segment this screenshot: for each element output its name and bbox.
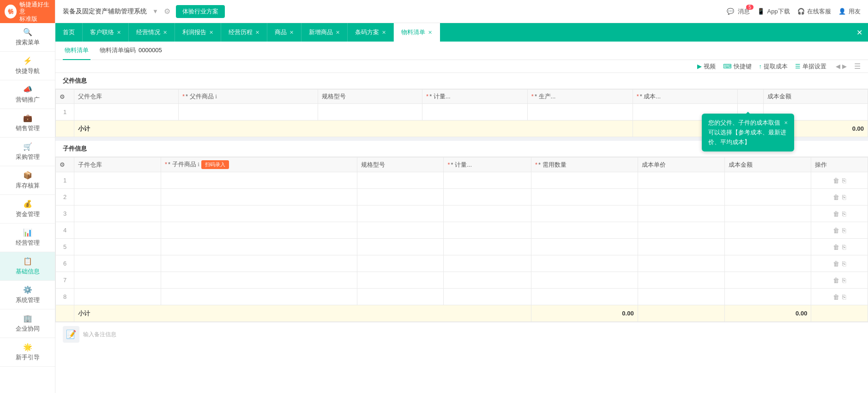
tab-barcode-close[interactable]: ✕ <box>382 30 386 36</box>
tab-goods[interactable]: 商品 ✕ <box>267 23 301 42</box>
child-unit-3[interactable] <box>444 206 531 222</box>
copy-icon-3[interactable]: ⎘ <box>842 210 846 218</box>
toolbar-view-btn[interactable]: ▶ 视频 <box>697 62 716 71</box>
child-unit-cost-1[interactable] <box>638 172 724 189</box>
child-warehouse-7[interactable] <box>74 272 161 289</box>
delete-icon-3[interactable]: 🗑 <box>833 210 839 218</box>
child-unit-6[interactable] <box>444 255 531 272</box>
child-goods-6[interactable] <box>161 255 357 272</box>
parent-unit-1[interactable] <box>422 104 528 121</box>
dropdown-arrow-icon[interactable]: ▼ <box>152 8 158 15</box>
child-warehouse-4[interactable] <box>74 222 161 239</box>
delete-icon-4[interactable]: 🗑 <box>833 227 839 234</box>
child-unit-4[interactable] <box>444 222 531 239</box>
child-goods-4[interactable] <box>161 222 357 239</box>
tab-add-goods-close[interactable]: ✕ <box>336 30 340 36</box>
child-goods-1[interactable] <box>161 172 357 189</box>
delete-icon-5[interactable]: 🗑 <box>833 243 839 251</box>
sidebar-item-enterprise[interactable]: 🏢 企业协同 <box>0 309 55 338</box>
child-spec-5[interactable] <box>357 239 444 255</box>
toolbar-shortcut-btn[interactable]: ⌨ 快捷键 <box>723 62 752 71</box>
tab-home[interactable]: 首页 <box>55 23 83 42</box>
delete-icon-6[interactable]: 🗑 <box>833 260 839 267</box>
child-unit-8[interactable] <box>444 289 531 305</box>
sub-tab-material-code[interactable]: 物料清单编码 0000005 <box>98 42 164 60</box>
child-qty-4[interactable] <box>531 222 638 239</box>
tooltip-close-btn[interactable]: × <box>784 118 788 128</box>
close-all-tabs[interactable]: ✕ <box>851 28 868 37</box>
tab-history[interactable]: 经营历程 ✕ <box>221 23 267 42</box>
delete-icon-2[interactable]: 🗑 <box>833 193 839 201</box>
delete-icon-7[interactable]: 🗑 <box>833 277 839 284</box>
child-spec-7[interactable] <box>357 272 444 289</box>
child-unit-1[interactable] <box>444 172 531 189</box>
child-warehouse-5[interactable] <box>74 239 161 255</box>
user-menu[interactable]: 👤 用友 <box>838 7 861 16</box>
child-col-settings[interactable]: ⚙ <box>56 157 74 172</box>
tab-operations-close[interactable]: ✕ <box>163 30 167 36</box>
child-spec-1[interactable] <box>357 172 444 189</box>
tab-add-goods[interactable]: 新增商品 ✕ <box>301 23 348 42</box>
child-goods-3[interactable] <box>161 206 357 222</box>
tab-material-close[interactable]: ✕ <box>428 30 432 36</box>
child-spec-8[interactable] <box>357 289 444 305</box>
child-qty-2[interactable] <box>531 189 638 206</box>
delete-icon-1[interactable]: 🗑 <box>833 177 839 184</box>
tab-customer-close[interactable]: ✕ <box>117 30 121 36</box>
child-unit-cost-3[interactable] <box>638 206 724 222</box>
sidebar-item-quick-nav[interactable]: ⚡ 快捷导航 <box>0 52 55 80</box>
settings-icon[interactable]: ⚙ <box>164 7 170 16</box>
sidebar-item-operations[interactable]: 📊 经营管理 <box>0 224 55 252</box>
toolbar-arrow-left[interactable]: ◀ <box>836 63 840 70</box>
child-unit-cost-5[interactable] <box>638 239 724 255</box>
child-qty-3[interactable] <box>531 206 638 222</box>
tab-material[interactable]: 物料清单 ✕ <box>394 23 440 42</box>
child-spec-4[interactable] <box>357 222 444 239</box>
parent-goods-1[interactable] <box>178 104 318 121</box>
child-unit-7[interactable] <box>444 272 531 289</box>
child-qty-1[interactable] <box>531 172 638 189</box>
parent-spec-1[interactable] <box>318 104 422 121</box>
sidebar-item-system[interactable]: ⚙️ 系统管理 <box>0 281 55 309</box>
copy-icon-1[interactable]: ⎘ <box>842 177 846 184</box>
sidebar-item-search[interactable]: 🔍 搜索菜单 <box>0 23 55 52</box>
child-warehouse-3[interactable] <box>74 206 161 222</box>
child-unit-5[interactable] <box>444 239 531 255</box>
copy-icon-7[interactable]: ⎘ <box>842 277 846 284</box>
app-download-btn[interactable]: 📱 App下载 <box>757 7 790 16</box>
toolbar-menu-icon[interactable]: ☰ <box>854 62 861 71</box>
child-qty-6[interactable] <box>531 255 638 272</box>
parent-production-1[interactable] <box>527 104 633 121</box>
parent-warehouse-1[interactable] <box>74 104 179 121</box>
sidebar-item-inventory[interactable]: 📦 库存核算 <box>0 166 55 195</box>
child-warehouse-6[interactable] <box>74 255 161 272</box>
parent-col-settings[interactable]: ⚙ <box>56 90 74 104</box>
sidebar-item-marketing[interactable]: 📣 营销推广 <box>0 80 55 109</box>
child-qty-7[interactable] <box>531 272 638 289</box>
copy-icon-6[interactable]: ⎘ <box>842 260 846 267</box>
sidebar-item-finance[interactable]: 💰 资金管理 <box>0 195 55 224</box>
sub-tab-material-list[interactable]: 物料清单 <box>63 42 90 60</box>
child-unit-cost-8[interactable] <box>638 289 724 305</box>
tab-customer[interactable]: 客户联络 ✕ <box>83 23 129 42</box>
tab-profit-close[interactable]: ✕ <box>209 30 213 36</box>
child-qty-5[interactable] <box>531 239 638 255</box>
tab-profit[interactable]: 利润报告 ✕ <box>175 23 221 42</box>
message-btn[interactable]: 💬 5 消息 <box>727 7 750 16</box>
copy-icon-2[interactable]: ⎘ <box>842 193 846 201</box>
child-spec-6[interactable] <box>357 255 444 272</box>
child-qty-8[interactable] <box>531 289 638 305</box>
tab-operations[interactable]: 经营情况 ✕ <box>129 23 175 42</box>
sidebar-item-sales[interactable]: 💼 销售管理 <box>0 109 55 138</box>
tab-history-close[interactable]: ✕ <box>255 30 259 36</box>
child-unit-cost-2[interactable] <box>638 189 724 206</box>
child-spec-3[interactable] <box>357 206 444 222</box>
online-service-btn[interactable]: 🎧 在线客服 <box>797 7 832 16</box>
trial-btn[interactable]: 体验行业方案 <box>176 5 225 18</box>
tab-barcode[interactable]: 条码方案 ✕ <box>348 23 394 42</box>
toolbar-extract-cost-btn[interactable]: ↑ 提取成本 <box>759 62 788 71</box>
copy-icon-5[interactable]: ⎘ <box>842 243 846 251</box>
bottom-note-icon[interactable]: 📝 <box>63 326 79 343</box>
child-unit-cost-7[interactable] <box>638 272 724 289</box>
sidebar-item-guide[interactable]: 🌟 新手引导 <box>0 338 55 367</box>
